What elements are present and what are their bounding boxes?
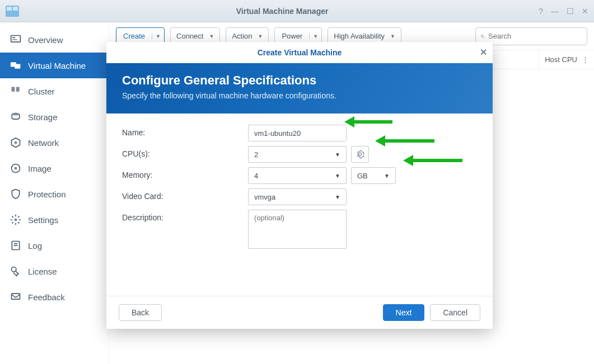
chevron-down-icon: ▼: [335, 194, 340, 200]
next-button[interactable]: Next: [383, 304, 425, 321]
svg-line-18: [483, 37, 484, 38]
memory-label: Memory:: [122, 167, 248, 179]
create-vm-dialog: Create Virtual Machine ✕ Configure Gener…: [106, 42, 493, 329]
sidebar-item-label: Cluster: [28, 87, 55, 96]
svg-point-10: [15, 167, 17, 170]
sidebar-item-network[interactable]: Network: [0, 130, 109, 155]
sidebar-item-label: Protection: [28, 190, 66, 199]
dialog-heading: Configure General Specifications: [122, 73, 477, 88]
sidebar-item-label: Settings: [28, 215, 58, 225]
dialog-body: Name: CPU(s): 2 ▼ Memory: 4: [106, 114, 493, 257]
svg-point-8: [15, 141, 17, 144]
cpus-label: CPU(s):: [122, 146, 248, 158]
chevron-down-icon: ▼: [335, 173, 340, 179]
overview-icon: [10, 34, 21, 45]
chevron-down-icon: ▼: [384, 173, 390, 179]
sidebar-item-image[interactable]: Image: [0, 155, 109, 181]
memory-unit-select[interactable]: GB ▼: [351, 167, 396, 184]
sidebar-item-label: Virtual Machine: [28, 61, 86, 70]
license-icon: [10, 266, 21, 277]
svg-rect-6: [16, 87, 20, 92]
maximize-icon[interactable]: ☐: [567, 7, 574, 16]
back-button[interactable]: Back: [119, 304, 162, 321]
sidebar-item-feedback[interactable]: Feedback: [0, 284, 109, 310]
storage-icon: [10, 111, 21, 122]
cpus-select[interactable]: 2 ▼: [248, 146, 347, 163]
svg-point-17: [481, 35, 483, 37]
dialog-subheading: Specify the following virtual machine ha…: [122, 91, 477, 100]
cluster-icon: [10, 86, 21, 97]
svg-rect-2: [12, 39, 17, 40]
chevron-down-icon[interactable]: ▼: [309, 34, 321, 39]
app-icon: [6, 6, 19, 17]
titlebar: Virtual Machine Manager ? — ☐ ✕: [0, 0, 594, 22]
sidebar-item-label: Overview: [28, 35, 63, 45]
svg-point-7: [12, 113, 19, 116]
svg-rect-5: [12, 87, 15, 92]
sidebar-item-settings[interactable]: Settings: [0, 207, 109, 233]
log-icon: [10, 240, 21, 251]
sidebar-item-label: Image: [28, 164, 52, 173]
name-input[interactable]: [248, 125, 347, 141]
dialog-titlebar: Create Virtual Machine ✕: [106, 42, 493, 63]
search-icon: [480, 32, 485, 40]
window-controls: ? — ☐ ✕: [539, 7, 588, 16]
minimize-icon[interactable]: —: [551, 7, 559, 16]
protection-icon: [10, 188, 21, 200]
chevron-down-icon: ▼: [209, 34, 219, 39]
sidebar-item-cluster[interactable]: Cluster: [0, 78, 109, 104]
svg-rect-16: [12, 294, 20, 299]
svg-rect-4: [15, 64, 20, 69]
close-window-icon[interactable]: ✕: [582, 7, 588, 16]
sidebar-item-overview[interactable]: Overview: [0, 27, 109, 53]
column-host-cpu[interactable]: Host CPU ⋮: [539, 50, 594, 69]
sidebar-item-protection[interactable]: Protection: [0, 181, 109, 207]
dialog-title: Create Virtual Machine: [258, 48, 342, 57]
svg-rect-0: [11, 36, 21, 42]
sidebar-item-license[interactable]: License: [0, 258, 109, 284]
column-menu-icon[interactable]: ⋮: [582, 55, 590, 64]
chevron-down-icon[interactable]: ▼: [152, 34, 164, 39]
chevron-down-icon: ▼: [335, 152, 340, 158]
sidebar-item-storage[interactable]: Storage: [0, 104, 109, 130]
sidebar-item-virtual-machine[interactable]: Virtual Machine: [0, 53, 109, 78]
description-textarea[interactable]: [248, 210, 347, 249]
cpu-settings-button[interactable]: [351, 146, 369, 163]
help-icon[interactable]: ?: [539, 7, 543, 16]
sidebar: Overview Virtual Machine Cluster Storage…: [0, 22, 109, 364]
sidebar-item-label: Storage: [28, 112, 58, 122]
svg-rect-1: [12, 37, 15, 39]
sidebar-item-label: Network: [28, 138, 59, 148]
description-label: Description:: [122, 210, 248, 222]
gear-icon: [356, 150, 364, 159]
dialog-footer: Back Next Cancel: [106, 296, 493, 329]
window-title: Virtual Machine Manager: [26, 7, 539, 16]
chevron-down-icon: ▼: [258, 34, 269, 39]
network-icon: [10, 137, 21, 148]
video-select[interactable]: vmvga ▼: [248, 188, 347, 205]
video-label: Video Card:: [122, 188, 248, 201]
settings-icon: [10, 214, 21, 225]
dialog-header: Configure General Specifications Specify…: [106, 63, 493, 114]
close-icon[interactable]: ✕: [480, 47, 487, 58]
image-icon: [10, 163, 21, 174]
feedback-icon: [10, 291, 21, 302]
cancel-button[interactable]: Cancel: [430, 304, 480, 321]
svg-point-11: [15, 219, 17, 221]
search-input[interactable]: [488, 32, 582, 40]
sidebar-item-label: Log: [28, 241, 42, 250]
sidebar-item-label: Feedback: [28, 292, 65, 302]
vm-icon: [10, 60, 21, 71]
sidebar-item-label: License: [28, 267, 57, 276]
name-label: Name:: [122, 125, 248, 137]
memory-select[interactable]: 4 ▼: [248, 167, 347, 184]
chevron-down-icon: ▼: [390, 34, 401, 39]
sidebar-item-log[interactable]: Log: [0, 233, 109, 258]
